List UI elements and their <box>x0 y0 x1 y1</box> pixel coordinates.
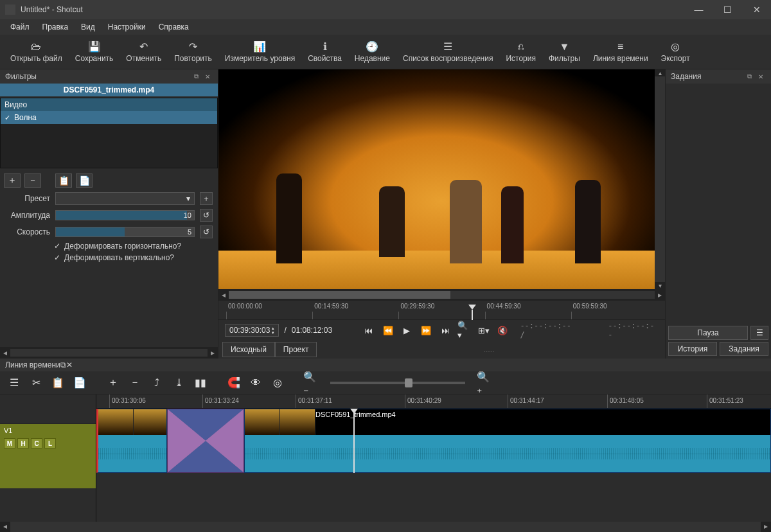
panel-close-icon[interactable]: ✕ <box>202 71 213 82</box>
timeline-menu-button[interactable]: ☰ <box>6 375 22 391</box>
preset-save-button[interactable]: ＋ <box>200 192 213 205</box>
track-composite-button[interactable]: C <box>31 438 42 448</box>
play-button[interactable]: ▶ <box>400 323 414 337</box>
amplitude-slider[interactable]: 10 <box>55 210 195 220</box>
filters-button[interactable]: ▼Фильтры <box>542 35 587 69</box>
peak-meter-button[interactable]: 📊Измеритель уровня <box>218 35 301 69</box>
panel-float-icon[interactable]: ⧉ <box>744 71 754 82</box>
speed-reset-button[interactable]: ↺ <box>200 226 213 238</box>
menu-file[interactable]: Файл <box>5 21 35 33</box>
remove-filter-button[interactable]: － <box>24 173 41 188</box>
tab-history[interactable]: История <box>668 342 717 356</box>
maximize-button[interactable]: ☐ <box>713 0 742 19</box>
panel-float-icon[interactable]: ⧉ <box>191 71 201 82</box>
minimize-button[interactable]: — <box>684 0 713 19</box>
cut-button[interactable]: ✂ <box>28 375 44 391</box>
track-mute-button[interactable]: M <box>4 438 15 448</box>
deform-v-checkbox[interactable]: ✓Деформировать вертикально? <box>0 252 218 263</box>
menu-view[interactable]: Вид <box>76 21 100 33</box>
amplitude-reset-button[interactable]: ↺ <box>200 209 213 222</box>
panel-float-icon[interactable]: ⧉ <box>60 360 66 369</box>
split-button[interactable]: ▮▮ <box>193 375 208 391</box>
timeline-ruler[interactable]: 00:31:30:06 00:31:33:24 00:31:37:11 00:3… <box>96 395 771 409</box>
preview-playhead[interactable] <box>468 305 476 310</box>
zoom-slider[interactable] <box>330 382 465 384</box>
rewind-button[interactable]: ⏪ <box>381 323 395 337</box>
snap-button[interactable]: 🧲 <box>226 375 242 391</box>
ripple-button[interactable]: ◎ <box>270 375 285 391</box>
scrub-button[interactable]: 👁 <box>248 375 263 391</box>
recent-button[interactable]: 🕘Недавние <box>348 35 396 69</box>
grid-button[interactable]: ⊞▾ <box>477 323 491 337</box>
track-hide-button[interactable]: H <box>17 438 29 448</box>
timeline-hscroll[interactable]: ◂▸ <box>0 522 771 532</box>
zoom-dropdown-button[interactable]: 🔍▾ <box>457 323 472 337</box>
open-file-button[interactable]: 🗁Открыть файл <box>4 35 69 69</box>
copy-button[interactable]: 📋 <box>50 375 66 391</box>
mute-button[interactable]: 🔇 <box>496 323 510 337</box>
close-button[interactable]: ✕ <box>742 0 771 19</box>
redo-button[interactable]: ↷Повторить <box>168 35 218 69</box>
menu-help[interactable]: Справка <box>154 21 194 33</box>
fastforward-button[interactable]: ⏩ <box>419 323 433 337</box>
timeline-clip[interactable] <box>96 409 167 473</box>
zoom-in-button[interactable]: 🔍₊ <box>477 375 492 391</box>
preview-vscroll[interactable]: ▴▾ <box>655 69 665 289</box>
tasks-panel-title: Задания ⧉ ✕ <box>666 69 771 84</box>
zoom-out-button[interactable]: 🔍₋ <box>303 375 319 391</box>
preview-hscroll[interactable]: ◂▸ <box>218 289 665 301</box>
out-timecode: --:--:--:-- <box>608 321 659 339</box>
timeline-playhead[interactable] <box>353 409 355 473</box>
undo-button[interactable]: ↶Отменить <box>120 35 168 69</box>
preset-combo[interactable]: ▾ <box>55 192 195 205</box>
remove-button[interactable]: － <box>127 375 143 391</box>
pause-job-button[interactable]: Пауза <box>668 326 748 340</box>
add-filter-button[interactable]: ＋ <box>4 173 21 188</box>
copy-filter-button[interactable]: 📋 <box>55 173 72 188</box>
filters-hscroll[interactable]: ◂▸ <box>0 347 218 359</box>
save-icon: 💾 <box>88 41 101 53</box>
track-name-label: V1 <box>4 427 92 434</box>
panel-close-icon[interactable]: ✕ <box>756 71 766 82</box>
timeline-clip[interactable]: DSCF0591_trimmed.mp4 <box>244 409 771 473</box>
jobs-menu-button[interactable]: ☰ <box>750 326 768 340</box>
history-button[interactable]: ⎌История <box>499 35 542 69</box>
video-preview[interactable] <box>218 69 665 289</box>
lift-button[interactable]: ⤴ <box>149 375 164 391</box>
timeline-panel-title: Линия времени ⧉ ✕ <box>0 359 771 371</box>
tasks-title-text: Задания <box>671 72 701 81</box>
paste-filter-button[interactable]: 📄 <box>76 173 93 188</box>
track-lock-button[interactable]: L <box>44 438 56 448</box>
append-button[interactable]: ＋ <box>105 375 121 391</box>
menu-settings[interactable]: Настройки <box>103 21 151 33</box>
track-header[interactable]: V1 M H C L <box>0 424 96 488</box>
preview-ruler[interactable]: 00:00:00:00 00:14:59:30 00:29:59:30 00:4… <box>218 301 665 320</box>
timeline-track[interactable]: DSCF0591_trimmed.mp4 <box>96 409 771 473</box>
skip-start-button[interactable]: ⏮ <box>362 323 376 337</box>
tab-project[interactable]: Проект <box>275 342 317 357</box>
overwrite-button[interactable]: ⤓ <box>171 375 186 391</box>
ruler-tick: 00:31:40:29 <box>405 395 441 408</box>
clock-icon: 🕘 <box>366 41 378 53</box>
playlist-label: Список воспроизведения <box>403 54 493 63</box>
playlist-button[interactable]: ☰Список воспроизведения <box>396 35 499 69</box>
tab-tasks[interactable]: Задания <box>720 342 768 356</box>
peak-label: Измеритель уровня <box>225 54 295 63</box>
export-button[interactable]: ◎Экспорт <box>655 35 696 69</box>
save-button[interactable]: 💾Сохранить <box>69 35 120 69</box>
amplitude-value: 10 <box>184 211 191 220</box>
filter-item-wave[interactable]: ✓ Волна <box>1 111 217 124</box>
timeline-transition[interactable] <box>167 409 244 473</box>
titlebar: Untitled* - Shotcut — ☐ ✕ <box>0 0 771 19</box>
current-timecode[interactable]: 00:39:30:03▴▾ <box>225 324 279 337</box>
deform-h-checkbox[interactable]: ✓Деформировать горизонтально? <box>0 240 218 252</box>
timeline-button[interactable]: ≡Линия времени <box>587 35 655 69</box>
properties-button[interactable]: ℹСвойства <box>301 35 348 69</box>
tab-source[interactable]: Исходный <box>222 342 275 357</box>
skip-end-button[interactable]: ⏭ <box>438 323 452 337</box>
menu-edit[interactable]: Правка <box>37 21 74 33</box>
speed-value: 5 <box>188 227 191 236</box>
panel-close-icon[interactable]: ✕ <box>66 360 73 369</box>
speed-slider[interactable]: 5 <box>55 227 195 237</box>
paste-button[interactable]: 📄 <box>72 375 87 391</box>
